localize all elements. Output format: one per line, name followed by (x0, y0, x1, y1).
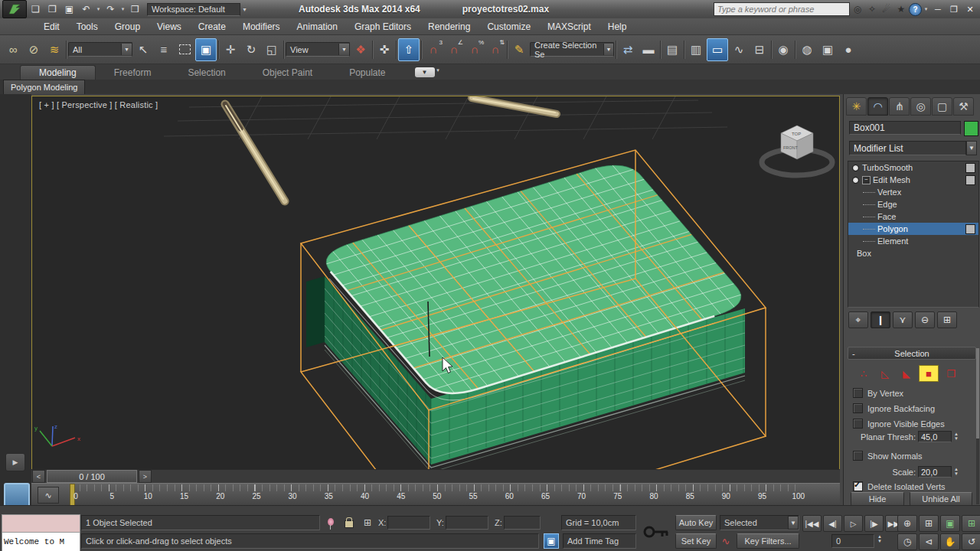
motion-tab-icon[interactable]: ◎ (910, 97, 931, 116)
search-icon[interactable]: ◎ (851, 2, 864, 16)
box001-object[interactable] (306, 163, 745, 469)
select-and-link-icon[interactable]: ∞ ▼ (3, 39, 23, 60)
workspace-dropdown-caret[interactable]: ▼ (241, 2, 248, 17)
stack-face[interactable]: Face (848, 210, 978, 223)
stack-edge[interactable]: Edge (848, 198, 978, 210)
show-end-result-toggle[interactable]: ❙ (871, 311, 890, 328)
select-and-scale-icon[interactable]: ◱ ▼ (262, 39, 282, 60)
normals-scale-spinner[interactable]: ▲▼ (954, 468, 959, 476)
menu-animation[interactable]: Animation (289, 18, 346, 34)
ribbon-tab-populate[interactable]: Populate (331, 66, 403, 80)
previous-frame-button[interactable]: ◀| (823, 515, 842, 532)
macro-recorder-pane[interactable] (2, 515, 80, 533)
key-mode-dropdown[interactable]: Selected ▼ (720, 515, 799, 530)
panel-scrollbar[interactable] (976, 348, 979, 504)
show-normals-box[interactable] (853, 451, 863, 461)
isolate-selection-toggle[interactable] (323, 515, 338, 530)
delete-isolated-verts-checkbox[interactable]: Delete Isolated Verts (853, 481, 946, 491)
stack-element[interactable]: Element (848, 235, 978, 247)
pan-icon[interactable]: ✋ (940, 533, 960, 550)
key-filters-button[interactable]: Key Filters... (737, 533, 799, 549)
zoom-extents-all-icon[interactable]: ⊞ (962, 515, 980, 532)
select-and-manipulate-icon[interactable]: ✜ ▼ (374, 39, 394, 60)
normals-scale-field[interactable] (918, 466, 952, 478)
stack-box[interactable]: Box (848, 247, 978, 259)
unhide-all-button[interactable]: Unhide All (910, 492, 972, 506)
restore-button[interactable]: ❐ (946, 2, 962, 16)
create-selection-set-dropdown[interactable]: Create Selection Se ▼ (530, 42, 614, 57)
zoom-all-icon[interactable]: ⊞ (919, 515, 939, 532)
object-name-field[interactable] (849, 121, 961, 135)
rendered-frame-window-icon[interactable]: ▣ ▼ (818, 39, 838, 60)
menu-graph-editors[interactable]: Graph Editors (346, 18, 420, 34)
key-mode-caret[interactable]: ▼ (788, 516, 799, 530)
select-and-move-icon[interactable]: ✛ ▼ (220, 39, 240, 60)
undo-dropdown-caret[interactable]: ▾ (95, 2, 102, 17)
named-selection-sets-icon[interactable]: ✎ ▼ (509, 39, 529, 60)
edge-subobject-icon[interactable]: ◺ (876, 366, 894, 381)
project-folder-icon[interactable]: ❒ (127, 2, 143, 17)
ignore-visible-edges-checkbox[interactable]: Ignore Visible Edges (853, 419, 945, 429)
default-tangent-icon[interactable]: ∿ (718, 533, 733, 549)
track-bar-ruler[interactable]: 0510152025303540455055606570758085909510… (67, 484, 807, 506)
ribbon-tab-object-paint[interactable]: Object Paint (244, 66, 331, 80)
object-color-swatch[interactable] (964, 121, 978, 136)
orbit-icon[interactable]: ↺ (962, 533, 980, 550)
next-frame-arrow[interactable]: > (139, 470, 152, 483)
by-vertex-checkbox[interactable]: By Vertex (853, 388, 945, 398)
stack-turbosmooth[interactable]: TurboSmooth (848, 161, 978, 174)
rectangular-selection-region-icon[interactable]: ▼ (175, 39, 194, 60)
snaps-toggle-3d-icon[interactable]: ∩ 3 ▼ (423, 39, 443, 60)
viewcube-front-label[interactable]: FRONT (783, 145, 799, 150)
select-by-name-icon[interactable]: ≡ ▼ (154, 39, 174, 60)
absolute-offset-mode-toggle[interactable]: ⊞ (360, 515, 375, 530)
expand-collapse-icon[interactable]: − (862, 176, 871, 184)
toggle-ribbon-icon[interactable]: ▭ ▼ (707, 38, 728, 61)
redo-dropdown-caret[interactable]: ▾ (119, 2, 126, 17)
communication-center-icon[interactable]: ☄ (880, 2, 893, 16)
favorites-star-icon[interactable]: ★ (894, 2, 908, 16)
play-button[interactable]: ▷ (844, 515, 863, 532)
add-time-tag[interactable]: Add Time Tag (563, 533, 636, 549)
modifier-checkbox[interactable] (965, 163, 975, 173)
rollout-collapse-icon[interactable]: - (852, 349, 867, 358)
curve-editor-icon[interactable]: ∿ ▼ (729, 39, 749, 60)
layer-manager-icon[interactable]: ▤ ▼ (662, 39, 682, 60)
time-configuration-icon[interactable]: ◷ (897, 533, 917, 550)
z-coordinate-field[interactable] (504, 516, 541, 530)
modifier-checkbox[interactable] (965, 224, 975, 234)
ribbon-tab-selection[interactable]: Selection (169, 66, 243, 80)
redo-icon[interactable]: ↷ (103, 2, 119, 17)
modifier-checkbox[interactable] (965, 175, 975, 185)
workspace-dropdown[interactable]: Workspace: Default (147, 3, 240, 16)
keyboard-shortcut-override-toggle[interactable]: ⇧ ▼ (398, 38, 420, 61)
maxscript-mini-listener[interactable]: Welcome to M (2, 514, 80, 551)
viewport-layout-tab-button[interactable] (4, 483, 30, 507)
open-mini-curve-editor-icon[interactable]: ∿ (38, 487, 59, 504)
auto-key-button[interactable]: Auto Key (675, 515, 717, 530)
make-unique-button[interactable]: ⋎ (893, 311, 913, 328)
scene-explorer-icon[interactable]: ▥ ▼ (686, 39, 706, 60)
menu-views[interactable]: Views (149, 18, 190, 34)
bind-to-space-warp-icon[interactable]: ≋ ▼ (44, 39, 64, 60)
app-logo-button[interactable] (2, 0, 27, 18)
viewport-layout-flyout-arrow[interactable]: ▶ (5, 453, 25, 471)
unlink-selection-icon[interactable]: ⊘ ▼ (24, 39, 44, 60)
selection-filter-dropdown[interactable]: All ▼ (68, 42, 132, 57)
undo-icon[interactable]: ↶ (78, 2, 94, 17)
set-key-button[interactable]: Set Key (675, 533, 717, 549)
render-production-icon[interactable]: ● ▼ (838, 39, 858, 60)
configure-modifier-sets-button[interactable]: ⊞ (937, 311, 957, 328)
current-frame-field[interactable] (831, 534, 874, 548)
new-file-icon[interactable]: ❏ (28, 2, 44, 17)
utilities-tab-icon[interactable]: ⚒ (953, 97, 974, 116)
material-editor-icon[interactable]: ◉ ▼ (773, 39, 793, 60)
help-dropdown-caret[interactable]: ▾ (923, 2, 929, 17)
reference-coordinate-dropdown[interactable]: View ▼ (286, 42, 350, 57)
zoom-icon[interactable]: ⊕ (897, 515, 917, 532)
subscription-key-icon[interactable]: ✧ (865, 2, 879, 16)
ribbon-minimize-caret[interactable]: ▾ (435, 63, 442, 78)
angle-snap-toggle-icon[interactable]: ∩ ∠ ▼ (444, 39, 464, 60)
face-subobject-icon[interactable]: ◣ (897, 366, 916, 381)
ribbon-options-dropdown[interactable]: ▼ (415, 67, 435, 77)
